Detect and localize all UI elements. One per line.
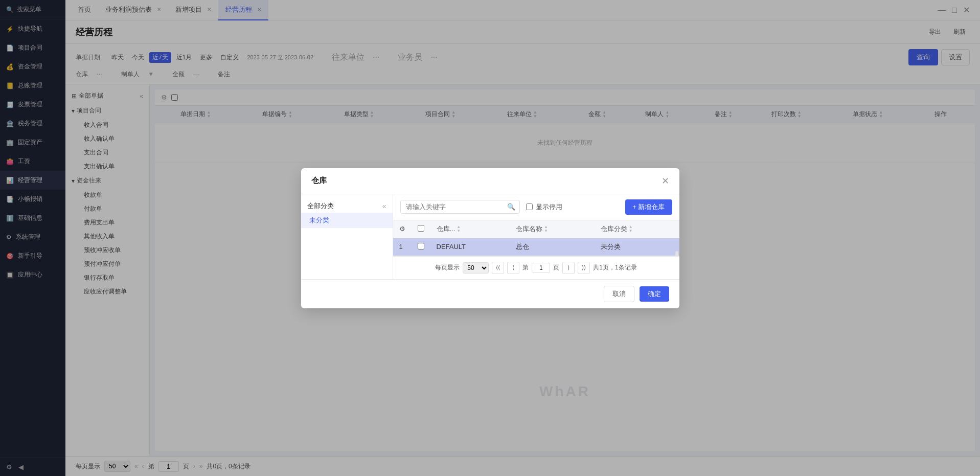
modal-col-settings[interactable]: ⚙	[393, 220, 412, 238]
modal-per-page-label: 每页显示	[435, 263, 460, 272]
modal-left-panel: 全部分类 « 未分类	[301, 194, 393, 279]
modal-overlay: 仓库 ✕ 全部分类 « 未分类 🔍	[0, 0, 980, 476]
modal-row-name: 总仓	[510, 238, 595, 256]
table-row[interactable]: 1 DEFAULT 总仓 未分类	[393, 238, 679, 256]
add-warehouse-button[interactable]: + 新增仓库	[625, 199, 672, 215]
modal-left-unclassified[interactable]: 未分类	[301, 213, 393, 228]
modal-actions: 取消 确定	[301, 279, 679, 308]
modal-page-label: 第	[522, 263, 529, 272]
modal-first-page[interactable]: ⟨⟨	[492, 262, 504, 274]
modal-total-label: 共1页，1条记录	[593, 263, 636, 272]
modal-prev-page[interactable]: ⟨	[507, 262, 519, 274]
modal-last-page[interactable]: ⟩⟩	[578, 262, 590, 274]
modal-row-code: DEFAULT	[430, 238, 510, 256]
modal-left-header: 全部分类 «	[301, 199, 393, 213]
search-icon-modal[interactable]: 🔍	[503, 200, 519, 213]
modal-col-checkbox	[412, 220, 430, 238]
modal-page-input[interactable]	[532, 263, 550, 273]
modal-warehouse-table: ⚙ 仓库...▲▼ 仓库名称▲▼ 仓库分类▲▼	[393, 220, 679, 256]
modal-scrollbar[interactable]	[675, 251, 678, 256]
confirm-button[interactable]: 确定	[640, 286, 669, 302]
all-category-label[interactable]: 全部分类	[307, 201, 334, 211]
modal-table-area: ⚙ 仓库...▲▼ 仓库名称▲▼ 仓库分类▲▼	[393, 220, 679, 256]
modal-table-header-row: ⚙ 仓库...▲▼ 仓库名称▲▼ 仓库分类▲▼	[393, 220, 679, 238]
modal-left-collapse-icon[interactable]: «	[382, 202, 386, 210]
modal-toolbar: 🔍 显示停用 + 新增仓库	[393, 194, 679, 220]
modal-warehouse: 仓库 ✕ 全部分类 « 未分类 🔍	[301, 168, 679, 308]
modal-header: 仓库 ✕	[301, 168, 679, 194]
show-disabled-checkbox[interactable]	[526, 203, 533, 210]
modal-row-checkbox[interactable]	[412, 238, 430, 256]
modal-page-end: 页	[553, 263, 559, 272]
modal-right-panel: 🔍 显示停用 + 新增仓库 ⚙	[393, 194, 679, 279]
modal-per-page-select[interactable]: 50 100	[463, 262, 489, 274]
modal-col-category[interactable]: 仓库分类▲▼	[595, 220, 679, 238]
modal-close-icon[interactable]: ✕	[662, 175, 669, 187]
modal-next-page[interactable]: ⟩	[562, 262, 575, 274]
show-disabled-label[interactable]: 显示停用	[526, 202, 562, 212]
modal-title: 仓库	[311, 176, 327, 186]
modal-col-code[interactable]: 仓库...▲▼	[430, 220, 510, 238]
cancel-button[interactable]: 取消	[604, 286, 634, 302]
modal-search-input[interactable]	[401, 200, 503, 213]
modal-pagination: 每页显示 50 100 ⟨⟨ ⟨ 第 页 ⟩ ⟩⟩ 共1页，1条记录	[393, 256, 679, 279]
modal-row-seq: 1	[393, 238, 412, 256]
modal-search-box: 🔍	[400, 200, 520, 214]
modal-body: 全部分类 « 未分类 🔍 显示停用	[301, 194, 679, 279]
modal-col-name[interactable]: 仓库名称▲▼	[510, 220, 595, 238]
modal-row-category: 未分类	[595, 238, 679, 256]
modal-select-all[interactable]	[418, 225, 424, 232]
